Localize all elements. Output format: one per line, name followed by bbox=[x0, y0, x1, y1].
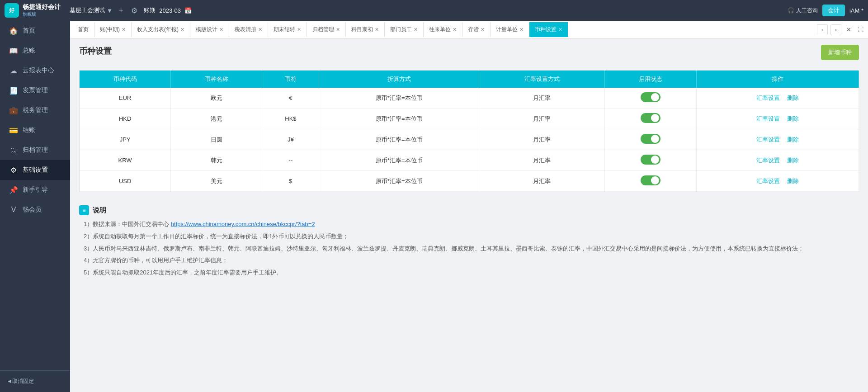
sidebar-item-home[interactable]: 🏠 首页 bbox=[0, 21, 70, 41]
table-body: EUR欧元€原币*汇率=本位币月汇率 汇率设置 删除 HKD港元HK$原币*汇率… bbox=[80, 88, 859, 192]
toggle-3[interactable] bbox=[641, 155, 660, 165]
tab-close-dept[interactable]: ✕ bbox=[414, 27, 418, 33]
tab-home[interactable]: 首页 bbox=[72, 22, 94, 37]
cell-symbol-2: J¥ bbox=[262, 129, 319, 150]
tab-close-income[interactable]: ✕ bbox=[180, 27, 184, 33]
tab-close-subjects[interactable]: ✕ bbox=[375, 27, 379, 33]
toggle-4[interactable] bbox=[641, 175, 660, 185]
toggle-1[interactable] bbox=[641, 113, 660, 123]
notes-url-link[interactable]: https://www.chinamoney.com.cn/chinese/bk… bbox=[171, 221, 315, 227]
tab-close-inventory[interactable]: ✕ bbox=[481, 27, 485, 33]
cell-rate-method-0: 月汇率 bbox=[479, 88, 604, 109]
toggle-track-2 bbox=[641, 134, 660, 144]
pin-toggle-button[interactable]: ◄取消固定 bbox=[7, 378, 63, 385]
cell-enabled-4 bbox=[605, 171, 696, 192]
company-name[interactable]: 基层工会测试 ▼ bbox=[70, 6, 113, 14]
sidebar-item-reports[interactable]: ☁ 云报表中心 bbox=[0, 61, 70, 80]
cell-calc-1: 原币*汇率=本位币 bbox=[319, 109, 479, 129]
logo-icon: 好 bbox=[5, 3, 19, 18]
add-icon[interactable]: + bbox=[117, 5, 125, 16]
tab-close-template[interactable]: ✕ bbox=[219, 27, 223, 33]
sidebar-item-archive[interactable]: 🗂 归档管理 bbox=[0, 140, 70, 160]
cell-name-2: 日圆 bbox=[171, 129, 262, 150]
cell-symbol-0: € bbox=[262, 88, 319, 109]
rate-setting-link-3[interactable]: 汇率设置 bbox=[756, 157, 780, 164]
sidebar-icon-ledger: 📖 bbox=[9, 46, 18, 55]
tab-tax[interactable]: 税表清册 ✕ bbox=[229, 22, 268, 37]
tab-close-archive[interactable]: ✕ bbox=[336, 27, 340, 33]
tab-label-period: 账(中期) bbox=[100, 26, 120, 33]
sidebar-item-settings[interactable]: ⚙ 基础设置 bbox=[0, 160, 70, 180]
sidebar-icon-archive: 🗂 bbox=[9, 146, 18, 155]
tab-label-measure: 计量单位 bbox=[496, 26, 518, 33]
calendar-icon[interactable]: 📅 bbox=[184, 7, 192, 14]
tab-close-all-button[interactable]: ✕ bbox=[843, 24, 854, 35]
period-label: 账期 2023-03 📅 bbox=[144, 6, 192, 14]
tab-period[interactable]: 账(中期) ✕ bbox=[94, 22, 132, 37]
tab-measure[interactable]: 计量单位 ✕ bbox=[491, 22, 529, 37]
sidebar-item-ledger[interactable]: 📖 总账 bbox=[0, 41, 70, 61]
delete-link-4[interactable]: 删除 bbox=[787, 178, 799, 184]
toggle-0[interactable] bbox=[641, 92, 660, 102]
rate-setting-link-2[interactable]: 汇率设置 bbox=[756, 136, 780, 143]
sidebar-item-tax[interactable]: 💼 税务管理 bbox=[0, 100, 70, 120]
toggle-track-3 bbox=[641, 155, 660, 165]
new-currency-button[interactable]: 新增币种 bbox=[821, 45, 859, 60]
cell-calc-0: 原币*汇率=本位币 bbox=[319, 88, 479, 109]
sidebar-item-member[interactable]: V 畅会员 bbox=[0, 200, 70, 220]
cell-code-0: EUR bbox=[80, 88, 171, 109]
tab-close-period[interactable]: ✕ bbox=[122, 27, 126, 33]
delete-link-3[interactable]: 删除 bbox=[787, 157, 799, 164]
tab-expand-button[interactable]: ⛶ bbox=[855, 24, 866, 35]
cell-symbol-1: HK$ bbox=[262, 109, 319, 129]
tab-archive[interactable]: 归档管理 ✕ bbox=[307, 22, 346, 37]
currency-table: 币种代码币种名称币符折算方式汇率设置方式启用状态操作 EUR欧元€原币*汇率=本… bbox=[79, 70, 859, 192]
tab-period_end[interactable]: 期末结转 ✕ bbox=[268, 22, 307, 37]
cell-rate-method-1: 月汇率 bbox=[479, 109, 604, 129]
rate-setting-link-4[interactable]: 汇率设置 bbox=[756, 178, 780, 184]
consult-button[interactable]: 🎧 人工咨询 bbox=[788, 7, 818, 14]
tab-inventory[interactable]: 存货 ✕ bbox=[462, 22, 491, 37]
tab-label-period_end: 期末结转 bbox=[274, 26, 295, 33]
tab-next-button[interactable]: › bbox=[830, 24, 841, 35]
tab-close-tax[interactable]: ✕ bbox=[258, 27, 262, 33]
page-title: 币种设置 bbox=[79, 46, 112, 57]
cell-name-3: 韩元 bbox=[171, 150, 262, 171]
rate-setting-link-1[interactable]: 汇率设置 bbox=[756, 115, 780, 122]
tab-close-currency[interactable]: ✕ bbox=[558, 27, 562, 33]
delete-link-0[interactable]: 删除 bbox=[787, 94, 799, 101]
tab-units[interactable]: 往来单位 ✕ bbox=[424, 22, 462, 37]
tab-currency[interactable]: 币种设置 ✕ bbox=[529, 22, 568, 37]
accounting-button[interactable]: 会计 bbox=[822, 5, 845, 16]
sidebar-label-settings: 基础设置 bbox=[23, 166, 48, 174]
col-header-汇率设置方式: 汇率设置方式 bbox=[479, 71, 604, 88]
tab-subjects[interactable]: 科目期初 ✕ bbox=[346, 22, 385, 37]
dropdown-icon[interactable]: ▼ bbox=[107, 7, 113, 14]
sidebar-item-checkout[interactable]: 💳 结账 bbox=[0, 120, 70, 140]
col-header-币种代码: 币种代码 bbox=[80, 71, 171, 88]
sidebar-label-guide: 新手引导 bbox=[23, 186, 48, 194]
tab-close-measure[interactable]: ✕ bbox=[519, 27, 524, 33]
toggle-2[interactable] bbox=[641, 134, 660, 144]
notes-icon: ≡ bbox=[79, 205, 89, 215]
cell-actions-4: 汇率设置 删除 bbox=[696, 171, 859, 192]
tab-prev-button[interactable]: ‹ bbox=[817, 24, 828, 35]
sidebar-item-guide[interactable]: 📌 新手引导 bbox=[0, 180, 70, 200]
notes-title: 说明 bbox=[93, 206, 106, 215]
delete-link-2[interactable]: 删除 bbox=[787, 136, 799, 143]
cell-code-3: KRW bbox=[80, 150, 171, 171]
tab-dept[interactable]: 部门员工 ✕ bbox=[385, 22, 424, 37]
tab-income[interactable]: 收入支出表(年报) ✕ bbox=[132, 22, 190, 37]
tab-template[interactable]: 模版设计 ✕ bbox=[190, 22, 229, 37]
notes-section: ≡ 说明 1）数据来源：中国外汇交易中心 https://www.chinamo… bbox=[79, 205, 859, 278]
sidebar-item-invoice[interactable]: 🧾 发票管理 bbox=[0, 80, 70, 100]
logo-area: 好 畅捷通好会计 旗舰版 bbox=[5, 3, 61, 18]
settings-icon[interactable]: ⚙ bbox=[129, 5, 139, 17]
rate-setting-link-0[interactable]: 汇率设置 bbox=[756, 94, 780, 101]
delete-link-1[interactable]: 删除 bbox=[787, 115, 799, 122]
tab-close-units[interactable]: ✕ bbox=[453, 27, 457, 33]
note-item-1: 2）系统自动获取每月第一个工作日的汇率标价，统一为直接标价法，即1外币可以兑换的… bbox=[84, 232, 859, 241]
top-bar: 好 畅捷通好会计 旗舰版 基层工会测试 ▼ + ⚙ 账期 2023-03 📅 🎧… bbox=[0, 0, 868, 21]
tab-close-period_end[interactable]: ✕ bbox=[297, 27, 301, 33]
cell-name-0: 欧元 bbox=[171, 88, 262, 109]
